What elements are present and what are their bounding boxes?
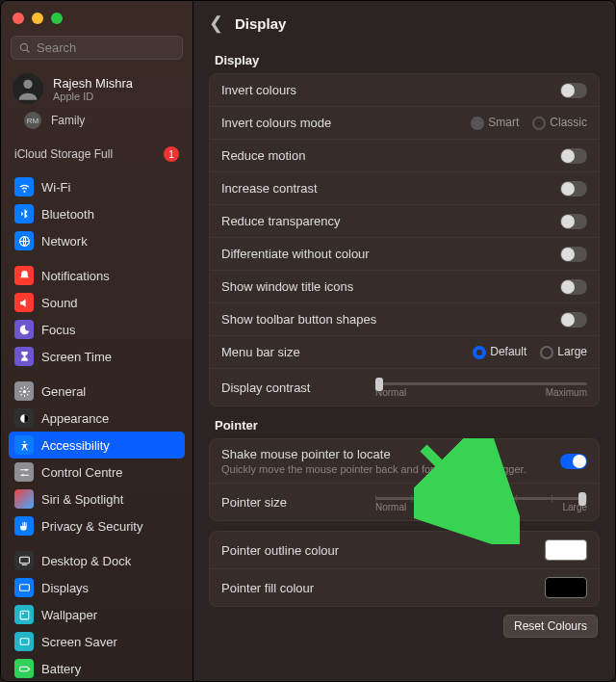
row-pointer-size: Pointer size NormalLarge — [210, 484, 599, 520]
sidebar-item-siri[interactable]: Siri & Spotlight — [9, 485, 185, 512]
settings-window: Search Rajesh Mishra Apple ID RM Family … — [0, 0, 616, 682]
icloud-storage-row[interactable]: iCloud Storage Full 1 — [1, 139, 192, 170]
sidebar-item-label: Sound — [41, 296, 78, 310]
row-increase-contrast: Increase contrast — [210, 172, 599, 205]
close-icon[interactable] — [13, 13, 24, 24]
toggle-title-icons[interactable] — [560, 279, 587, 295]
row-label: Shake mouse pointer to locate — [221, 447, 526, 461]
toggle-invert-colours[interactable] — [560, 83, 587, 98]
row-label: Show window title icons — [221, 279, 353, 294]
apple-id-row[interactable]: Rajesh Mishra Apple ID — [1, 69, 192, 108]
sidebar-item-label: Focus — [41, 323, 75, 337]
row-label: Reduce motion — [221, 148, 305, 163]
nav-group-general: General Appearance Accessibility Control… — [1, 374, 192, 543]
toggle-toolbar-shapes[interactable] — [560, 312, 587, 328]
sidebar-item-controlcentre[interactable]: Control Centre — [9, 459, 185, 485]
row-label: Increase contrast — [221, 181, 318, 196]
sidebar-item-wifi[interactable]: Wi-Fi — [9, 173, 185, 200]
row-reduce-motion: Reduce motion — [210, 140, 599, 172]
section-title-pointer: Pointer — [215, 418, 600, 433]
svg-rect-10 — [20, 611, 29, 619]
sidebar-item-bluetooth[interactable]: Bluetooth — [9, 200, 185, 227]
nav-group-alerts: Notifications Sound Focus Screen Time — [1, 258, 192, 374]
colour-well-outline[interactable] — [545, 539, 587, 561]
sidebar-item-general[interactable]: General — [9, 378, 185, 405]
sidebar-item-screentime[interactable]: Screen Time — [9, 343, 185, 370]
toggle-reduce-motion[interactable] — [560, 148, 587, 164]
svg-point-0 — [23, 80, 32, 89]
colour-well-fill[interactable] — [545, 577, 587, 598]
row-invert-colours: Invert colours — [210, 74, 599, 107]
family-avatar: RM — [24, 112, 41, 129]
sidebar-item-screensaver[interactable]: Screen Saver — [9, 628, 185, 655]
sidebar-item-displays[interactable]: Displays — [9, 574, 185, 601]
sidebar-item-appearance[interactable]: Appearance — [9, 405, 185, 432]
display-icon — [14, 578, 34, 597]
radio-large[interactable]: Large — [540, 345, 587, 359]
svg-rect-7 — [19, 557, 29, 564]
row-reduce-transparency: Reduce transparency — [210, 205, 599, 238]
sidebar-item-label: Screen Saver — [41, 635, 117, 649]
family-row[interactable]: RM Family — [1, 108, 192, 139]
row-label: Show toolbar button shapes — [221, 312, 376, 327]
gear-icon — [14, 381, 34, 401]
header: ❮ Display — [193, 1, 615, 41]
radio-smart[interactable]: Smart — [471, 116, 519, 130]
radio-classic[interactable]: Classic — [532, 116, 587, 130]
accessibility-icon — [14, 435, 34, 455]
slider-pointer-size[interactable]: NormalLarge — [375, 491, 587, 512]
radio-default[interactable]: Default — [473, 345, 526, 359]
row-invert-mode: Invert colours mode Smart Classic — [210, 107, 599, 140]
sidebar-item-privacy[interactable]: Privacy & Security — [9, 512, 185, 539]
sidebar-item-notifications[interactable]: Notifications — [9, 262, 185, 289]
minimize-icon[interactable] — [32, 13, 43, 24]
moon-icon — [14, 320, 34, 339]
nav-group-network: Wi-Fi Bluetooth Network — [1, 170, 192, 258]
row-label: Differentiate without colour — [221, 247, 370, 261]
bluetooth-icon — [14, 204, 34, 223]
hand-icon — [14, 516, 34, 536]
reset-colours-button[interactable]: Reset Colours — [503, 615, 598, 638]
sound-icon — [14, 293, 34, 312]
svg-rect-8 — [21, 564, 26, 564]
sidebar-item-network[interactable]: Network — [9, 227, 185, 254]
wifi-icon — [14, 177, 34, 197]
toggle-diff-colour[interactable] — [560, 247, 587, 262]
row-label: Pointer outline colour — [221, 543, 339, 558]
svg-rect-9 — [19, 584, 29, 590]
row-toolbar-shapes: Show toolbar button shapes — [210, 303, 599, 336]
sidebar-item-label: Wi-Fi — [41, 180, 70, 195]
search-input[interactable]: Search — [11, 36, 183, 60]
sidebar-item-label: Desktop & Dock — [41, 554, 131, 568]
content: Display Invert colours Invert colours mo… — [193, 41, 615, 657]
search-icon — [19, 42, 31, 54]
svg-rect-13 — [19, 667, 28, 670]
svg-point-11 — [21, 612, 23, 614]
sidebar-item-label: Notifications — [41, 269, 110, 283]
svg-rect-12 — [20, 638, 29, 644]
sidebar-item-label: Appearance — [41, 411, 109, 426]
battery-icon — [14, 659, 34, 678]
sidebar-item-sound[interactable]: Sound — [9, 289, 185, 316]
toggle-reduce-transparency[interactable] — [560, 214, 587, 229]
sidebar-item-desktop[interactable]: Desktop & Dock — [9, 547, 185, 574]
row-label: Pointer fill colour — [221, 581, 314, 595]
search-placeholder: Search — [37, 40, 76, 55]
svg-point-6 — [21, 474, 23, 476]
zoom-icon[interactable] — [51, 13, 63, 24]
back-button[interactable]: ❮ — [209, 13, 223, 34]
window-controls — [1, 1, 192, 32]
sidebar-item-accessibility[interactable]: Accessibility — [9, 432, 185, 459]
sliders-icon — [14, 462, 34, 482]
sidebar-item-battery[interactable]: Battery — [9, 655, 185, 681]
sidebar: Search Rajesh Mishra Apple ID RM Family … — [1, 1, 193, 681]
svg-point-2 — [22, 389, 25, 392]
sidebar-item-focus[interactable]: Focus — [9, 316, 185, 343]
family-label: Family — [51, 114, 85, 127]
slider-display-contrast[interactable]: NormalMaximum — [375, 377, 587, 398]
toggle-shake-pointer[interactable] — [560, 454, 587, 469]
sidebar-item-wallpaper[interactable]: Wallpaper — [9, 601, 185, 628]
wallpaper-icon — [14, 605, 34, 624]
row-label: Pointer size — [221, 495, 287, 510]
toggle-increase-contrast[interactable] — [560, 181, 587, 197]
